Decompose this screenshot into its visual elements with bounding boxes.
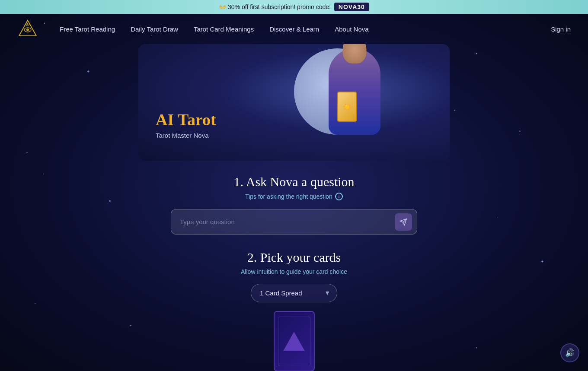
card-triangle [283,332,305,351]
logo[interactable] [17,19,38,39]
tarot-card-held: ☀️ [337,92,357,122]
svg-point-2 [26,29,29,31]
promo-emoji: 👐 [219,3,226,10]
promo-text: 30% off first subscription! promo code: [228,3,331,10]
hero-text: AI Tarot Tarot Master Nova [156,111,216,139]
navbar: Free Tarot Reading Daily Tarot Draw Taro… [0,14,588,44]
bottom-card-container [269,311,319,346]
question-input[interactable] [171,209,417,235]
main-content: ☀️ AI Tarot Tarot Master Nova 1. Ask Nov… [0,44,588,346]
promo-banner: 👐 30% off first subscription! promo code… [0,0,588,14]
send-icon [399,218,407,226]
figure-body: ☀️ [329,48,380,135]
question-input-container [171,209,417,235]
spread-dropdown-container: 1 Card Spread 3 Card Spread 5 Card Sprea… [251,284,337,302]
promo-code: NOVA30 [334,3,369,11]
step1-hint[interactable]: Tips for asking the right question i [233,193,354,200]
step1-section: 1. Ask Nova a question Tips for asking t… [233,174,354,200]
tarot-card-back[interactable] [274,311,315,371]
card-inner-design [278,317,310,366]
info-icon[interactable]: i [335,193,343,200]
send-button[interactable] [395,213,412,231]
hero-figure: ☀️ [316,48,393,161]
figure-head [343,44,367,63]
step2-title: 2. Pick your cards [241,250,347,265]
step1-hint-text: Tips for asking the right question [245,193,332,200]
star-deco: • [476,346,477,350]
svg-line-4 [26,23,27,26]
nav-discover-learn[interactable]: Discover & Learn [269,25,319,33]
spread-select[interactable]: 1 Card Spread 3 Card Spread 5 Card Sprea… [251,284,337,302]
svg-marker-0 [19,20,36,36]
nav-about-nova[interactable]: About Nova [335,25,368,33]
sound-icon: 🔊 [565,348,575,358]
svg-line-5 [29,23,29,26]
nav-free-tarot-reading[interactable]: Free Tarot Reading [60,25,115,33]
nav-links: Free Tarot Reading Daily Tarot Draw Taro… [60,25,534,33]
hero-background [138,44,450,161]
hero-title: AI Tarot [156,111,216,129]
step2-hint: Allow intuition to guide your card choic… [241,268,347,275]
hero-subtitle: Tarot Master Nova [156,132,216,139]
step1-title: 1. Ask Nova a question [233,174,354,189]
sound-button[interactable]: 🔊 [560,343,579,362]
nav-tarot-card-meanings[interactable]: Tarot Card Meanings [194,25,254,33]
sign-in-button[interactable]: Sign in [551,25,571,33]
step2-section: 2. Pick your cards Allow intuition to gu… [241,250,347,275]
nav-daily-tarot-draw[interactable]: Daily Tarot Draw [131,25,178,33]
logo-icon [17,19,38,39]
hero-section: ☀️ AI Tarot Tarot Master Nova [138,44,450,161]
